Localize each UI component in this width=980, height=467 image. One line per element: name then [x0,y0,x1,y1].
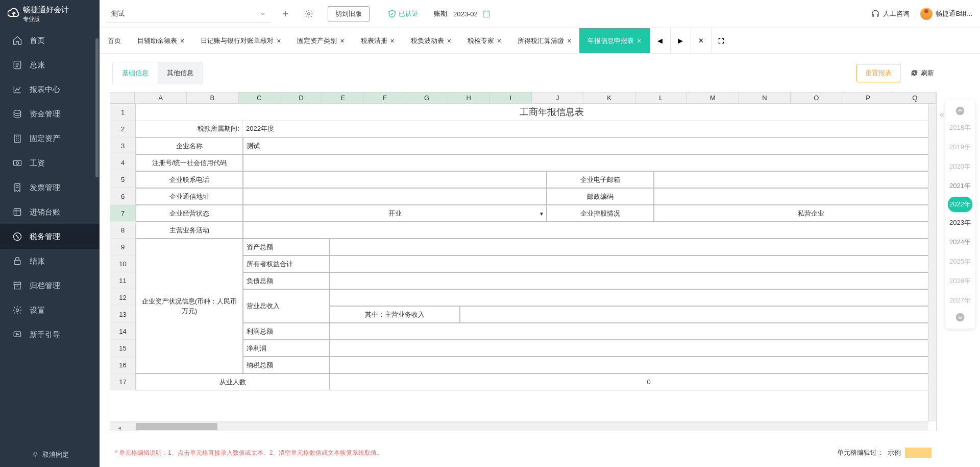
nav-tax[interactable]: 税务管理 [0,224,100,249]
tab-home[interactable]: 首页 [100,28,129,53]
row-header[interactable]: 1 [110,104,136,121]
cell[interactable]: 净利润 [243,340,330,357]
year-up[interactable] [945,104,975,118]
nav-reports[interactable]: 报表中心 [0,77,100,102]
cell[interactable]: 营业总收入 [243,289,330,323]
col-header[interactable]: L [635,92,687,104]
tab-balance[interactable]: 目辅助余额表× [129,28,192,53]
row-header[interactable]: 4 [110,154,136,171]
settings-button[interactable] [300,5,317,22]
tab-taxfluct[interactable]: 税负波动表× [403,28,459,53]
nav-closing[interactable]: 结账 [0,249,100,273]
col-header[interactable]: H [448,92,490,104]
row-header[interactable]: 2 [110,121,136,137]
tab-taxlist[interactable]: 税表清册× [353,28,403,53]
sheet-tab-nav[interactable]: ◄ [110,422,136,431]
close-icon[interactable]: × [340,37,344,45]
cell[interactable] [243,171,547,188]
col-header[interactable]: E [322,92,364,104]
nav-settings[interactable]: 设置 [0,298,100,322]
cell[interactable]: 邮政编码 [547,188,654,205]
col-header[interactable]: I [490,92,532,104]
vertical-scrollbar[interactable] [928,104,936,422]
close-icon[interactable]: × [447,37,451,45]
cell-title[interactable]: 工商年报信息表 [136,104,936,121]
cell[interactable] [330,340,936,357]
consult-button[interactable]: 人工咨询 [871,9,910,18]
close-icon[interactable]: × [277,37,281,45]
close-icon[interactable]: × [567,37,571,45]
cell[interactable]: 所有者权益合计 [243,255,330,272]
account-selector[interactable]: 测试 [107,5,271,22]
nav-ledger[interactable]: 总账 [0,53,100,77]
row-header[interactable]: 10 [110,255,136,272]
dropdown-icon[interactable]: ▼ [539,211,544,216]
select-all-corner[interactable] [110,92,135,104]
col-header[interactable]: M [687,92,739,104]
row-header[interactable]: 11 [110,272,136,289]
year-option[interactable]: 2024年 [945,232,975,252]
cell[interactable]: 企业名称 [136,137,243,154]
row-header[interactable]: 8 [110,222,136,239]
sidebar-scrollbar[interactable] [95,38,99,177]
nav-salary[interactable]: 工资 [0,151,100,175]
col-header[interactable]: K [583,92,635,104]
year-option[interactable]: 2018年 [945,118,975,137]
col-header[interactable]: D [280,92,322,104]
period-value[interactable]: 2023-02 [453,10,478,18]
tab-bankrecon[interactable]: 日记账与银行对账单核对× [192,28,289,53]
logo[interactable]: 畅捷通好会计 专业版 [0,0,100,28]
cell[interactable] [330,289,936,306]
row-header[interactable]: 16 [110,357,136,373]
active-cell-dropdown[interactable]: 开业▼ [243,205,547,222]
cell[interactable]: 注册号/统一社会信用代码 [136,154,243,171]
tab-assetcat[interactable]: 固定资产类别× [289,28,352,53]
year-option[interactable]: 2020年 [945,157,975,176]
nav-archive[interactable]: 归档管理 [0,273,100,298]
year-option[interactable]: 2023年 [945,213,975,232]
tabs-next[interactable]: ▶ [670,28,691,53]
cell[interactable]: 纳税总额 [243,357,330,373]
horizontal-scrollbar[interactable] [136,422,928,431]
year-down[interactable] [945,310,975,324]
row-header[interactable]: 9 [110,239,136,255]
cell[interactable]: 测试 [243,137,936,154]
cell[interactable] [460,306,936,323]
cell[interactable] [654,171,936,188]
tabs-close-all[interactable]: ✕ [691,28,711,53]
cell[interactable]: 企业电子邮箱 [547,171,654,188]
cell[interactable]: 其中：主营业务收入 [330,306,460,323]
cell[interactable] [243,222,936,239]
cell[interactable]: 0 [330,373,936,390]
col-header[interactable]: F [364,92,406,104]
col-header[interactable]: A [135,92,186,104]
col-header[interactable]: J [532,92,583,104]
year-option[interactable]: 2019年 [945,137,975,157]
year-option[interactable]: 2026年 [945,271,975,291]
cell[interactable]: 资产总额 [243,239,330,255]
close-icon[interactable]: × [180,37,184,45]
row-header[interactable]: 6 [110,188,136,205]
cell[interactable] [330,323,936,340]
cell[interactable]: 主营业务活动 [136,222,243,239]
nav-guide[interactable]: 新手引导 [0,322,100,347]
close-icon[interactable]: × [637,37,641,45]
cell[interactable]: 2022年度 [243,121,936,137]
cell[interactable]: 企业控股情况 [547,205,654,222]
refresh-button[interactable]: 刷新 [911,68,934,78]
cell[interactable] [243,188,547,205]
cell[interactable]: 负债总额 [243,272,330,289]
close-icon[interactable]: × [390,37,395,45]
tab-incometax[interactable]: 所得税汇算清缴× [509,28,579,53]
cell-merged[interactable]: 企业资产状况信息(币种：人民币万元) [136,239,243,373]
nav-assets[interactable]: 固定资产 [0,126,100,151]
cell[interactable] [654,188,936,205]
cell[interactable]: 从业人数 [136,373,330,390]
close-icon[interactable]: × [497,37,501,45]
year-option[interactable]: 2025年 [945,252,975,271]
cell[interactable] [330,239,936,255]
year-option[interactable]: 2027年 [945,291,975,310]
year-option-active[interactable]: 2022年 [948,197,972,212]
col-header[interactable]: Q [894,92,936,104]
tab-taxcheck[interactable]: 税检专家× [459,28,509,53]
